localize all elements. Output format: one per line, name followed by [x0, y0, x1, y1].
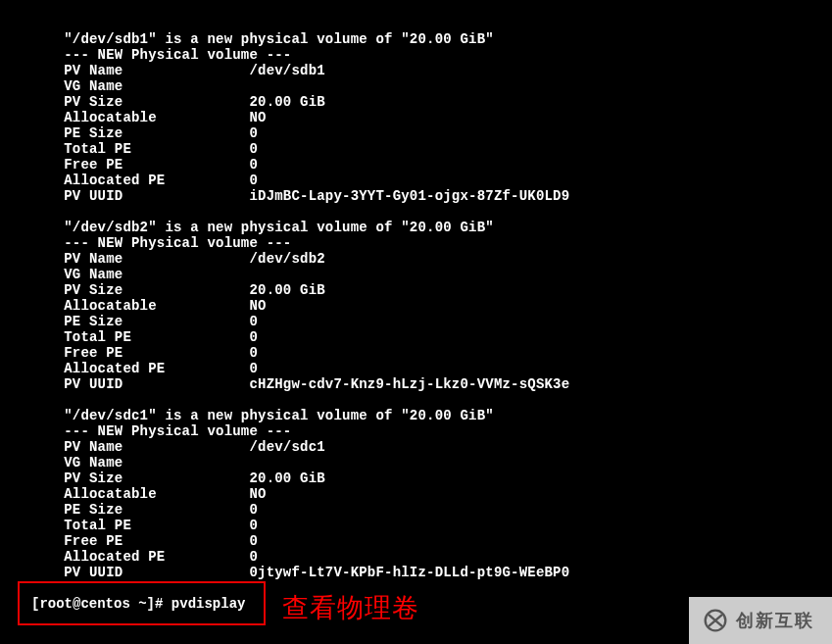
pv-separator: --- NEW Physical volume ---	[47, 47, 832, 63]
pv-row: PV UUID iDJmBC-Lapy-3YYT-Gy01-ojgx-87Zf-…	[47, 188, 832, 204]
label: PV Size	[47, 471, 249, 486]
pv-separator: --- NEW Physical volume ---	[47, 235, 832, 251]
label: PV UUID	[47, 565, 249, 580]
value: 0	[249, 314, 258, 329]
pv-row: Allocated PE 0	[47, 549, 832, 565]
pv-row: Allocatable NO	[47, 110, 832, 125]
label: VG Name	[47, 267, 249, 282]
pv-row: VG Name	[47, 78, 832, 94]
pv-row: PE Size 0	[47, 502, 832, 518]
pv-row: PV UUID 0jtywf-Lt7V-KPbF-hlIz-DLLd-pt9G-…	[47, 565, 832, 580]
label: PV Name	[47, 63, 249, 78]
pv-row: Total PE 0	[47, 518, 832, 533]
value: 0	[249, 125, 258, 141]
label: PV Name	[47, 439, 249, 455]
label: PV Size	[47, 282, 249, 298]
pv-row: Free PE 0	[47, 345, 832, 361]
value: 0	[249, 345, 258, 361]
label: PE Size	[47, 314, 249, 329]
pv-separator: --- NEW Physical volume ---	[47, 423, 832, 439]
label: Total PE	[47, 141, 249, 157]
label: Free PE	[47, 345, 249, 361]
pv-header: "/dev/sdb1" is a new physical volume of …	[47, 31, 832, 47]
label: Total PE	[47, 329, 249, 345]
watermark-text: 创新互联	[736, 609, 814, 632]
value: 0jtywf-Lt7V-KPbF-hlIz-DLLd-pt9G-WEeBP0	[249, 565, 569, 580]
label: Allocated PE	[47, 361, 249, 376]
pv-row: Free PE 0	[47, 157, 832, 173]
pv-row: PV Name /dev/sdb2	[47, 251, 832, 267]
label: Free PE	[47, 533, 249, 549]
label: PE Size	[47, 125, 249, 141]
pv-row: VG Name	[47, 267, 832, 282]
pv-row: Total PE 0	[47, 329, 832, 345]
value: 0	[249, 361, 258, 376]
pv-row: PV Name /dev/sdb1	[47, 63, 832, 78]
label: PV UUID	[47, 376, 249, 392]
blank-line	[47, 204, 832, 220]
label: Allocatable	[47, 298, 249, 314]
label: VG Name	[47, 455, 249, 471]
value: 0	[249, 329, 258, 345]
value: NO	[249, 298, 266, 314]
pv-row: Allocated PE 0	[47, 173, 832, 188]
label: Allocatable	[47, 110, 249, 125]
value: 20.00 GiB	[249, 282, 324, 298]
pv-row: PV UUID cHZHgw-cdv7-Knz9-hLzj-Lkz0-VVMz-…	[47, 376, 832, 392]
pv-row: PV Size 20.00 GiB	[47, 282, 832, 298]
pv-header: "/dev/sdc1" is a new physical volume of …	[47, 408, 832, 423]
label: Free PE	[47, 157, 249, 173]
value: 0	[249, 141, 258, 157]
label: PV Size	[47, 94, 249, 110]
pv-header: "/dev/sdb2" is a new physical volume of …	[47, 220, 832, 235]
value: 20.00 GiB	[249, 471, 324, 486]
label: Allocated PE	[47, 549, 249, 565]
pv-row: PE Size 0	[47, 314, 832, 329]
pv-row: Total PE 0	[47, 141, 832, 157]
value: /dev/sdb2	[249, 251, 324, 267]
pv-row: Allocated PE 0	[47, 361, 832, 376]
pv-row: PV Name /dev/sdc1	[47, 439, 832, 455]
value: 0	[249, 549, 258, 565]
label: Allocated PE	[47, 173, 249, 188]
value: NO	[249, 110, 266, 125]
label: VG Name	[47, 78, 249, 94]
command-prompt[interactable]: [root@centos ~]# pvdisplay	[31, 596, 245, 612]
pv-row: Allocatable NO	[47, 298, 832, 314]
label: PV UUID	[47, 188, 249, 204]
command-prompt-highlight: [root@centos ~]# pvdisplay	[18, 581, 266, 625]
label: PE Size	[47, 502, 249, 518]
label: Total PE	[47, 518, 249, 533]
value: iDJmBC-Lapy-3YYT-Gy01-ojgx-87Zf-UK0LD9	[249, 188, 569, 204]
annotation-label: 查看物理卷	[282, 590, 419, 625]
pv-row: Free PE 0	[47, 533, 832, 549]
label: PV Name	[47, 251, 249, 267]
pv-row: PV Size 20.00 GiB	[47, 471, 832, 486]
value: 0	[249, 173, 258, 188]
value: 0	[249, 157, 258, 173]
pv-row: VG Name	[47, 455, 832, 471]
logo-icon	[701, 606, 730, 635]
value: 20.00 GiB	[249, 94, 324, 110]
label: Allocatable	[47, 486, 249, 502]
value: 0	[249, 518, 258, 533]
value: /dev/sdb1	[249, 63, 324, 78]
pv-row: PE Size 0	[47, 125, 832, 141]
pv-row: Allocatable NO	[47, 486, 832, 502]
watermark-badge: 创新互联	[689, 597, 832, 644]
value: 0	[249, 502, 258, 518]
blank-line	[47, 392, 832, 408]
value: /dev/sdc1	[249, 439, 324, 455]
value: NO	[249, 486, 266, 502]
pv-row: PV Size 20.00 GiB	[47, 94, 832, 110]
value: 0	[249, 533, 258, 549]
value: cHZHgw-cdv7-Knz9-hLzj-Lkz0-VVMz-sQSK3e	[249, 376, 569, 392]
terminal-output[interactable]: "/dev/sdb1" is a new physical volume of …	[0, 0, 832, 580]
